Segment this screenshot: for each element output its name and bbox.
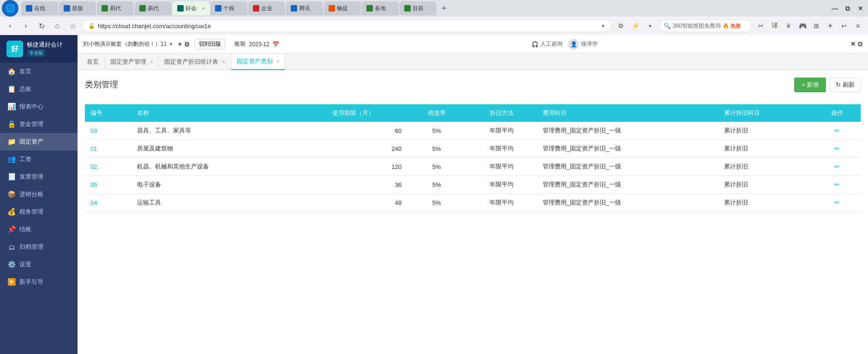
- cell-residual-1: 5%: [407, 122, 466, 140]
- game-icon[interactable]: 🎮: [796, 19, 809, 32]
- cell-name-2: 房屋及建筑物: [132, 140, 299, 158]
- page-tab-category-close[interactable]: ×: [276, 59, 279, 64]
- tab-favicon-10: [366, 5, 373, 12]
- page-tab-home[interactable]: 首页: [81, 54, 105, 70]
- page-tab-fixed-mgmt[interactable]: 固定资产管理 ×: [105, 54, 159, 70]
- tab-favicon-7: [253, 5, 259, 12]
- back-button[interactable]: ‹: [4, 19, 17, 32]
- browser-tab-3[interactable]: 易代: [97, 1, 134, 15]
- sidebar-item-reports[interactable]: 📊 报表中心: [0, 98, 78, 115]
- switch-version-button[interactable]: 切到旧版: [195, 39, 225, 49]
- th-expense: 费用科目: [537, 104, 719, 122]
- sidebar-item-guide[interactable]: ▶️ 新手引导: [0, 273, 78, 291]
- calendar-icon[interactable]: 📅: [272, 41, 279, 48]
- cell-accumulated-4: 累计折旧: [718, 176, 814, 194]
- window-restore[interactable]: ⧉: [842, 3, 853, 14]
- reload-button[interactable]: ↻: [35, 19, 48, 32]
- sidebar-item-fixed[interactable]: 📁 固定资产: [0, 133, 78, 150]
- main-area: 刘小艳演示账套（勿删勿动！）11 ▼ + ⚙ 切到旧版 账期 2023-12 📅…: [78, 35, 868, 354]
- edit-button-5[interactable]: ✏: [834, 199, 840, 206]
- sidebar-item-home[interactable]: 🏠 首页: [0, 63, 78, 80]
- grid-icon[interactable]: ⊞: [810, 19, 823, 32]
- browser-tab-2[interactable]: 新版: [59, 1, 96, 15]
- window-close[interactable]: ✕: [855, 3, 866, 14]
- tab-label-7: 企业: [261, 5, 272, 12]
- code-link-4[interactable]: 05: [90, 181, 97, 188]
- sidebar-item-archive[interactable]: 🗂 归档管理: [0, 238, 78, 256]
- address-text: https://cloud.chanjet.com/accounting/uw1…: [98, 23, 598, 30]
- browser-tab-6[interactable]: 个税: [210, 1, 247, 15]
- browser-tab-9[interactable]: 畅提: [324, 1, 361, 15]
- wallet-icon[interactable]: ¥: [782, 19, 795, 32]
- tab-label-6: 个税: [223, 5, 234, 12]
- page-tab-fixed-mgmt-close[interactable]: ×: [150, 59, 153, 65]
- sidebar-item-stock[interactable]: 📦 进销台账: [0, 186, 78, 203]
- browser-tab-8[interactable]: 腾讯: [286, 1, 323, 15]
- sidebar-label-reports: 报表中心: [19, 102, 43, 111]
- hot-badge: 🔥 热搜: [723, 23, 741, 30]
- sidebar-label-stock: 进销台账: [19, 190, 43, 198]
- menu-icon[interactable]: ≡: [851, 19, 864, 32]
- refresh-button[interactable]: ↻ 刷新: [830, 78, 861, 92]
- undo-icon[interactable]: ↩: [838, 19, 850, 32]
- browser-tab-10[interactable]: 各地: [362, 1, 399, 15]
- tab-close-5[interactable]: ×: [202, 6, 205, 11]
- edit-button-2[interactable]: ✏: [834, 145, 840, 152]
- sidebar-item-settings[interactable]: ⚙️ 设置: [0, 256, 78, 273]
- code-link-2[interactable]: 01: [90, 145, 97, 152]
- home-button[interactable]: ⌂: [51, 19, 64, 32]
- edit-button-1[interactable]: ✏: [834, 127, 840, 134]
- sidebar-item-invoice[interactable]: 🧾 发票管理: [0, 168, 78, 186]
- tab-label-10: 各地: [375, 5, 386, 12]
- browser-tab-5[interactable]: 好会 ×: [173, 1, 210, 15]
- browser-tab-1[interactable]: 在线: [21, 1, 58, 15]
- settings-gear-icon[interactable]: ⚙: [184, 41, 190, 48]
- sidebar-item-tax[interactable]: 💰 税务管理: [0, 203, 78, 221]
- translate-icon[interactable]: 译: [768, 19, 781, 32]
- cut-icon[interactable]: ✂: [754, 19, 767, 32]
- edit-button-3[interactable]: ✏: [834, 163, 840, 170]
- page-tab-category[interactable]: 固定资产类别 ×: [231, 54, 285, 70]
- new-tab-button[interactable]: +: [437, 2, 450, 15]
- sidebar-item-ledger[interactable]: 📋 总账: [0, 80, 78, 98]
- search-box[interactable]: 🔍 360智能抠图免费用 🔥 热搜: [659, 19, 752, 32]
- code-link-1[interactable]: 03: [90, 127, 97, 134]
- more-icon[interactable]: ▼: [644, 19, 657, 32]
- code-link-3[interactable]: 02: [90, 163, 97, 170]
- sidebar-label-ledger: 总账: [19, 85, 31, 93]
- browser-tab-4[interactable]: 易代: [135, 1, 172, 15]
- table-row: 03 器具、工具、家具等 60 5% 年限平均 管理费用_固定资产折旧_一级 累…: [85, 122, 861, 140]
- extensions-icon[interactable]: ⚙: [614, 19, 627, 32]
- sun-icon[interactable]: ☀: [824, 19, 837, 32]
- cell-code-5: 04: [85, 194, 132, 212]
- tab-favicon-8: [291, 5, 297, 12]
- page-tab-depreciation[interactable]: 固定资产折旧统计表 ×: [159, 54, 231, 70]
- sidebar-item-payroll[interactable]: 👥 工资: [0, 150, 78, 168]
- bookmark-button[interactable]: ☆: [66, 19, 79, 32]
- code-link-5[interactable]: 04: [90, 199, 97, 206]
- sidebar-item-funds[interactable]: 🔒 资金管理: [0, 115, 78, 133]
- add-icon[interactable]: +: [178, 40, 182, 48]
- address-dropdown-icon: ▼: [601, 24, 605, 29]
- expand-panel-icon[interactable]: ⧉: [858, 40, 862, 48]
- cell-accumulated-5: 累计折旧: [718, 194, 814, 212]
- add-button[interactable]: + 新增: [794, 78, 826, 92]
- edit-button-4[interactable]: ✏: [834, 181, 840, 188]
- browser-tab-7[interactable]: 企业: [248, 1, 285, 15]
- browser-tab-11[interactable]: 目前: [400, 1, 437, 15]
- forward-button[interactable]: ›: [19, 19, 32, 32]
- window-minimize[interactable]: ―: [829, 3, 840, 14]
- user-avatar-area[interactable]: 👤 徐泽华: [568, 39, 598, 50]
- user-name: 刘小艳演示账套（勿删勿动！）11: [83, 40, 167, 48]
- tab-label-8: 腾讯: [299, 5, 310, 12]
- th-code: 编号: [85, 104, 132, 122]
- search-icon: 🔍: [664, 23, 671, 30]
- support-button[interactable]: 🎧 人工咨询: [532, 40, 563, 48]
- sidebar-item-close[interactable]: 📌 结账: [0, 221, 78, 238]
- cell-period-2: 240: [300, 140, 407, 158]
- page-tab-category-label: 固定资产类别: [237, 57, 273, 66]
- page-tab-depreciation-close[interactable]: ×: [222, 59, 225, 65]
- address-box[interactable]: 🔒 https://cloud.chanjet.com/accounting/u…: [82, 19, 611, 32]
- lightning-icon[interactable]: ⚡: [629, 19, 642, 32]
- close-panel-icon[interactable]: ✕: [850, 40, 856, 48]
